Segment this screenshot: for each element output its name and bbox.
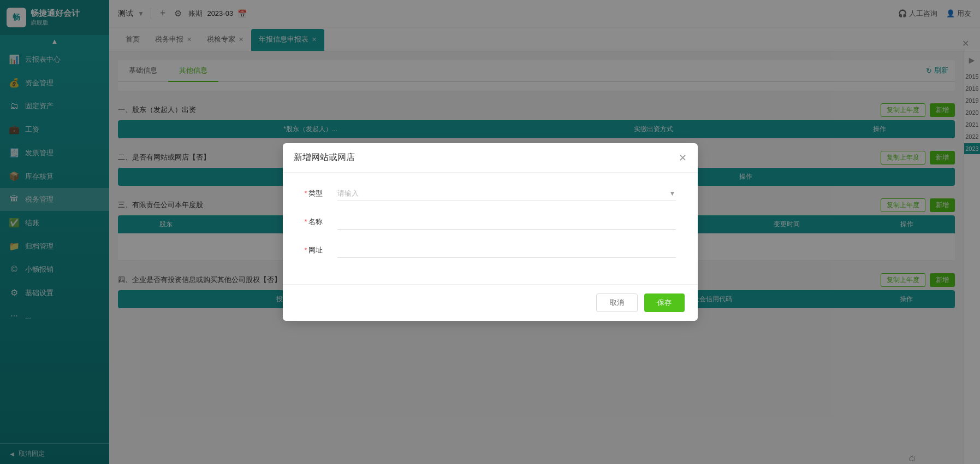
type-input[interactable] <box>337 186 676 201</box>
url-input[interactable] <box>337 243 676 258</box>
name-label: *名称 <box>305 217 337 227</box>
form-row-url: *网址 <box>305 243 676 258</box>
type-label: *类型 <box>305 189 337 198</box>
modal-header: 新增网站或网店 ✕ <box>283 143 698 173</box>
form-row-type: *类型 ▼ <box>305 186 676 201</box>
url-label: *网址 <box>305 245 337 255</box>
select-dropdown-icon[interactable]: ▼ <box>669 190 676 197</box>
modal-footer: 取消 保存 <box>283 284 698 321</box>
url-input-wrap <box>337 243 676 258</box>
form-row-name: *名称 <box>305 214 676 230</box>
modal-title: 新增网站或网店 <box>294 152 355 163</box>
modal-body: *类型 ▼ *名称 *网址 <box>283 173 698 284</box>
name-input-wrap <box>337 214 676 230</box>
modal-close-btn[interactable]: ✕ <box>679 153 687 163</box>
cancel-button[interactable]: 取消 <box>596 293 638 312</box>
save-button[interactable]: 保存 <box>644 293 685 312</box>
type-input-wrap: ▼ <box>337 186 676 201</box>
modal-add-website: 新增网站或网店 ✕ *类型 ▼ *名称 <box>283 143 698 321</box>
modal-overlay: 新增网站或网店 ✕ *类型 ▼ *名称 <box>0 0 980 464</box>
name-input[interactable] <box>337 214 676 230</box>
